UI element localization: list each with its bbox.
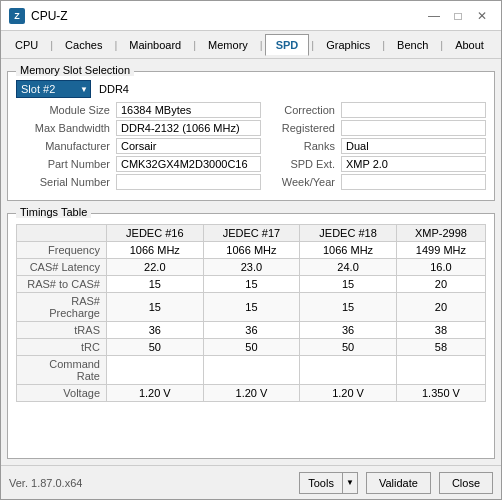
max-bandwidth-value: DDR4-2132 (1066 MHz) xyxy=(116,120,261,136)
max-bandwidth-row: Max Bandwidth DDR4-2132 (1066 MHz) Regis… xyxy=(16,120,486,136)
version-text: Ver. 1.87.0.x64 xyxy=(9,477,291,489)
cell-xmp: 16.0 xyxy=(396,259,485,276)
slot-select-wrapper: Slot #1 Slot #2 Slot #3 Slot #4 xyxy=(16,80,91,98)
cell-jedec17: 15 xyxy=(203,276,300,293)
tab-cpu[interactable]: CPU xyxy=(5,35,48,55)
row-label: Voltage xyxy=(17,385,107,402)
memory-slot-group: Memory Slot Selection Slot #1 Slot #2 Sl… xyxy=(7,71,495,201)
ddr-type-badge: DDR4 xyxy=(99,83,129,95)
row-label: Command Rate xyxy=(17,356,107,385)
tab-bench[interactable]: Bench xyxy=(387,35,438,55)
cell-jedec18: 1.20 V xyxy=(300,385,397,402)
table-row: Frequency 1066 MHz 1066 MHz 1066 MHz 149… xyxy=(17,242,486,259)
row-label: tRC xyxy=(17,339,107,356)
main-window: Z CPU-Z — □ ✕ CPU | Caches | Mainboard |… xyxy=(0,0,502,500)
spd-ext-value: XMP 2.0 xyxy=(341,156,486,172)
close-window-button[interactable]: ✕ xyxy=(471,6,493,26)
spd-ext-label: SPD Ext. xyxy=(261,158,341,170)
col-header-jedec16: JEDEC #16 xyxy=(107,225,204,242)
table-row: tRAS 36 36 36 38 xyxy=(17,322,486,339)
cell-xmp: 58 xyxy=(396,339,485,356)
row-label: RAS# to CAS# xyxy=(17,276,107,293)
cell-xmp: 20 xyxy=(396,276,485,293)
row-label: Frequency xyxy=(17,242,107,259)
manufacturer-row: Manufacturer Corsair Ranks Dual xyxy=(16,138,486,154)
col-header-empty xyxy=(17,225,107,242)
tools-dropdown-arrow[interactable]: ▼ xyxy=(342,472,358,494)
tab-memory[interactable]: Memory xyxy=(198,35,258,55)
maximize-button[interactable]: □ xyxy=(447,6,469,26)
tab-graphics[interactable]: Graphics xyxy=(316,35,380,55)
timings-group: Timings Table JEDEC #16 JEDEC #17 JEDEC … xyxy=(7,213,495,459)
cell-jedec17: 50 xyxy=(203,339,300,356)
content-area: Memory Slot Selection Slot #1 Slot #2 Sl… xyxy=(1,59,501,465)
footer: Ver. 1.87.0.x64 Tools ▼ Validate Close xyxy=(1,465,501,499)
table-row: CAS# Latency 22.0 23.0 24.0 16.0 xyxy=(17,259,486,276)
col-header-jedec17: JEDEC #17 xyxy=(203,225,300,242)
cell-jedec16: 1066 MHz xyxy=(107,242,204,259)
cell-jedec16 xyxy=(107,356,204,385)
cell-jedec17: 1066 MHz xyxy=(203,242,300,259)
slot-row: Slot #1 Slot #2 Slot #3 Slot #4 DDR4 xyxy=(16,80,486,98)
cell-jedec17: 36 xyxy=(203,322,300,339)
table-row: Command Rate xyxy=(17,356,486,385)
serial-number-value xyxy=(116,174,261,190)
cell-xmp xyxy=(396,356,485,385)
cell-jedec18: 50 xyxy=(300,339,397,356)
validate-button[interactable]: Validate xyxy=(366,472,431,494)
tab-caches[interactable]: Caches xyxy=(55,35,112,55)
cell-jedec18: 24.0 xyxy=(300,259,397,276)
tab-about[interactable]: About xyxy=(445,35,494,55)
part-number-label: Part Number xyxy=(16,158,116,170)
registered-value xyxy=(341,120,486,136)
cell-jedec16: 1.20 V xyxy=(107,385,204,402)
cell-jedec16: 50 xyxy=(107,339,204,356)
ranks-label: Ranks xyxy=(261,140,341,152)
tab-mainboard[interactable]: Mainboard xyxy=(119,35,191,55)
module-size-label: Module Size xyxy=(16,104,116,116)
title-bar: Z CPU-Z — □ ✕ xyxy=(1,1,501,31)
cell-jedec18 xyxy=(300,356,397,385)
tools-wrapper: Tools ▼ xyxy=(299,472,358,494)
row-label: tRAS xyxy=(17,322,107,339)
manufacturer-label: Manufacturer xyxy=(16,140,116,152)
memory-slot-group-title: Memory Slot Selection xyxy=(16,64,134,76)
max-bandwidth-label: Max Bandwidth xyxy=(16,122,116,134)
serial-number-row: Serial Number Week/Year xyxy=(16,174,486,190)
manufacturer-value: Corsair xyxy=(116,138,261,154)
tools-button[interactable]: Tools xyxy=(299,472,342,494)
module-size-value: 16384 MBytes xyxy=(116,102,261,118)
week-year-value xyxy=(341,174,486,190)
module-size-row: Module Size 16384 MBytes Correction xyxy=(16,102,486,118)
tab-bar: CPU | Caches | Mainboard | Memory | SPD … xyxy=(1,31,501,59)
row-label: CAS# Latency xyxy=(17,259,107,276)
table-row: RAS# to CAS# 15 15 15 20 xyxy=(17,276,486,293)
table-row: Voltage 1.20 V 1.20 V 1.20 V 1.350 V xyxy=(17,385,486,402)
cell-jedec18: 15 xyxy=(300,293,397,322)
part-number-value: CMK32GX4M2D3000C16 xyxy=(116,156,261,172)
table-row: RAS# Precharge 15 15 15 20 xyxy=(17,293,486,322)
minimize-button[interactable]: — xyxy=(423,6,445,26)
cell-xmp: 38 xyxy=(396,322,485,339)
correction-value xyxy=(341,102,486,118)
cell-jedec16: 15 xyxy=(107,293,204,322)
tab-spd[interactable]: SPD xyxy=(265,34,310,56)
cell-jedec17: 1.20 V xyxy=(203,385,300,402)
cell-xmp: 20 xyxy=(396,293,485,322)
cell-jedec16: 36 xyxy=(107,322,204,339)
timings-table: JEDEC #16 JEDEC #17 JEDEC #18 XMP-2998 F… xyxy=(16,224,486,402)
ranks-value: Dual xyxy=(341,138,486,154)
cell-jedec18: 15 xyxy=(300,276,397,293)
cell-jedec18: 1066 MHz xyxy=(300,242,397,259)
close-button[interactable]: Close xyxy=(439,472,493,494)
serial-number-label: Serial Number xyxy=(16,176,116,188)
week-year-label: Week/Year xyxy=(261,176,341,188)
cell-xmp: 1499 MHz xyxy=(396,242,485,259)
row-label: RAS# Precharge xyxy=(17,293,107,322)
cell-jedec17 xyxy=(203,356,300,385)
correction-label: Correction xyxy=(261,104,341,116)
slot-select[interactable]: Slot #1 Slot #2 Slot #3 Slot #4 xyxy=(16,80,91,98)
registered-label: Registered xyxy=(261,122,341,134)
cell-jedec16: 15 xyxy=(107,276,204,293)
title-text: CPU-Z xyxy=(31,9,423,23)
